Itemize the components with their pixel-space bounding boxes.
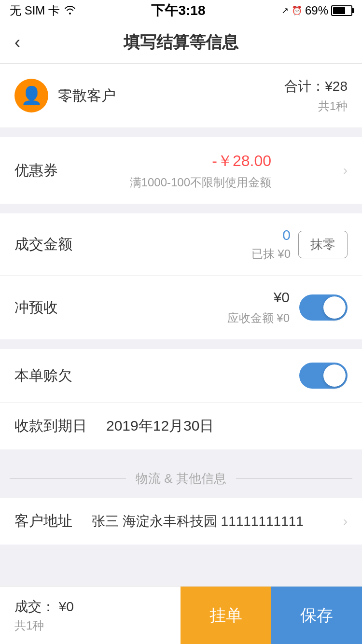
status-bar: 无 SIM 卡 下午3:18 ↗ ⏰ 69% bbox=[0, 0, 362, 21]
round-zero-button[interactable]: 抹零 bbox=[298, 231, 348, 258]
coupon-section: 优惠券 -￥28.00 满1000-100不限制使用金额 › bbox=[0, 137, 362, 204]
debit-row: 本单赊欠 bbox=[0, 349, 362, 403]
status-right: ↗ ⏰ 69% bbox=[281, 4, 352, 17]
customer-name: 零散客户 bbox=[58, 86, 116, 106]
customer-row: 👤 零散客户 合计：¥28 共1种 bbox=[0, 64, 362, 127]
battery-icon bbox=[331, 5, 352, 16]
address-row[interactable]: 客户地址 张三 海淀永丰科技园 11111111111 › bbox=[0, 498, 362, 545]
bottom-deal-label: 成交： bbox=[14, 599, 55, 614]
deal-amount-row: 成交金额 0 已抹 ¥0 抹零 bbox=[0, 213, 362, 276]
debit-section: 本单赊欠 收款到期日 2019年12月30日 bbox=[0, 349, 362, 449]
alarm-icon: ⏰ bbox=[292, 5, 302, 16]
status-left: 无 SIM 卡 bbox=[10, 3, 75, 18]
customer-right: 合计：¥28 共1种 bbox=[284, 77, 348, 114]
address-chevron-icon: › bbox=[343, 514, 348, 529]
bottom-info: 成交： ¥0 共1种 bbox=[0, 598, 181, 633]
duedate-value: 2019年12月30日 bbox=[106, 416, 214, 436]
avatar-icon: 👤 bbox=[21, 85, 42, 106]
prepay-sub: 应收金额 ¥0 bbox=[227, 310, 290, 326]
debit-toggle-knob bbox=[323, 364, 346, 387]
bottom-count: 共1种 bbox=[14, 618, 166, 633]
duedate-row: 收款到期日 2019年12月30日 bbox=[0, 403, 362, 449]
avatar: 👤 bbox=[14, 79, 48, 112]
main-content: 👤 零散客户 合计：¥28 共1种 优惠券 -￥28.00 满1000-100不… bbox=[0, 64, 362, 612]
address-label: 客户地址 bbox=[14, 511, 72, 531]
prepay-label: 冲预收 bbox=[14, 298, 58, 318]
battery-percent: 69% bbox=[305, 4, 328, 17]
coupon-chevron-icon: › bbox=[343, 163, 348, 178]
logistics-divider: 物流 & 其他信息 bbox=[0, 459, 362, 498]
duedate-label: 收款到期日 bbox=[14, 416, 87, 436]
carrier-text: 无 SIM 卡 bbox=[10, 3, 60, 18]
address-section: 客户地址 张三 海淀永丰科技园 11111111111 › bbox=[0, 498, 362, 545]
bottom-deal-row: 成交： ¥0 bbox=[14, 598, 166, 616]
prepay-toggle-knob bbox=[323, 296, 346, 319]
total-amount: 合计：¥28 bbox=[284, 77, 348, 96]
deal-amount-sub: 已抹 ¥0 bbox=[251, 246, 291, 262]
prepay-value: ¥0 bbox=[274, 289, 290, 306]
coupon-row[interactable]: 优惠券 -￥28.00 满1000-100不限制使用金额 › bbox=[0, 137, 362, 204]
location-icon: ↗ bbox=[281, 5, 289, 16]
bottom-deal-amount: ¥0 bbox=[59, 599, 74, 614]
bottom-bar: 成交： ¥0 共1种 挂单 保存 bbox=[0, 586, 362, 644]
status-time: 下午3:18 bbox=[151, 1, 205, 20]
coupon-label: 优惠券 bbox=[14, 161, 58, 181]
coupon-desc: 满1000-100不限制使用金额 bbox=[130, 175, 271, 190]
coupon-amount: -￥28.00 bbox=[130, 151, 271, 172]
customer-left: 👤 零散客户 bbox=[14, 79, 116, 112]
debit-toggle[interactable] bbox=[299, 363, 348, 389]
deal-amount-label: 成交金额 bbox=[14, 235, 72, 254]
deal-section: 成交金额 0 已抹 ¥0 抹零 冲预收 ¥0 应收金额 ¥0 bbox=[0, 213, 362, 339]
logistics-label: 物流 & 其他信息 bbox=[136, 470, 226, 487]
total-count: 共1种 bbox=[284, 98, 348, 114]
wifi-icon bbox=[65, 4, 75, 17]
debit-label: 本单赊欠 bbox=[14, 366, 72, 386]
prepay-row: 冲预收 ¥0 应收金额 ¥0 bbox=[0, 276, 362, 339]
hold-button[interactable]: 挂单 bbox=[181, 587, 271, 644]
prepay-right: ¥0 应收金额 ¥0 bbox=[227, 289, 290, 326]
divider-line-right bbox=[236, 478, 352, 479]
deal-amount-right: 0 已抹 ¥0 抹零 bbox=[251, 227, 348, 262]
address-value: 张三 海淀永丰科技园 11111111111 bbox=[92, 512, 343, 531]
deal-amount-value: 0 bbox=[282, 227, 291, 243]
page-title: 填写结算等信息 bbox=[124, 31, 238, 54]
divider-line-left bbox=[10, 478, 126, 479]
back-button[interactable]: ‹ bbox=[14, 32, 20, 53]
nav-bar: ‹ 填写结算等信息 bbox=[0, 21, 362, 64]
save-button[interactable]: 保存 bbox=[271, 587, 362, 644]
prepay-toggle[interactable] bbox=[299, 294, 348, 321]
coupon-right: -￥28.00 满1000-100不限制使用金额 bbox=[130, 151, 271, 190]
